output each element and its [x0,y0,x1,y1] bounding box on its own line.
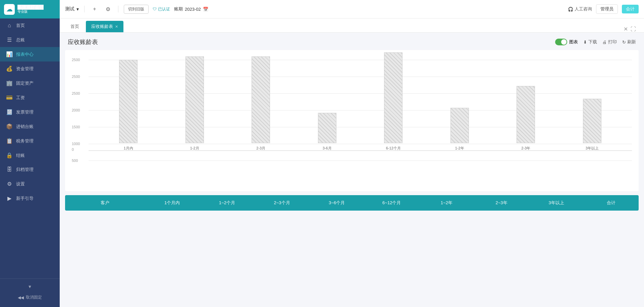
sidebar-item-funds[interactable]: 💰 资金管理 [0,61,60,76]
switch-version-button[interactable]: 切到旧版 [124,5,149,14]
salary-icon: 💳 [6,94,13,101]
certified-label: 已认证 [158,6,170,12]
user-label: 管理员 [600,6,613,11]
th-1month: 1个月内 [145,195,200,211]
topbar: 测试 ▾ + ⚙ 切到旧版 🛡 已认证 账期 2023-02 📅 🎧 人工咨询 [60,0,644,18]
topbar-right: 🎧 人工咨询 管理员 会计 [568,4,639,14]
headset-icon: 🎧 [568,7,573,12]
switch-version-label: 切到旧版 [128,7,144,11]
refresh-icon: ↻ [622,40,626,45]
th-1-2month: 1~2个月 [200,195,255,211]
bar-group-2-3month: 2-3月 [252,56,270,151]
th-2-3month: 2~3个月 [255,195,310,211]
sidebar-item-closing[interactable]: 🔒 结账 [0,148,60,163]
th-total: 合计 [584,195,639,211]
y-label-2000: 2000 [72,108,80,112]
project-selector[interactable]: 测试 ▾ [65,6,79,12]
shield-icon: 🛡 [153,7,157,11]
ledger-icon: ☰ [6,37,13,43]
bar-group-1month: 1月内 [119,60,138,151]
closing-icon: 🔒 [6,152,13,159]
archive-icon: 🗄 [6,167,13,173]
tax-icon: 📋 [6,138,13,144]
logo-main: 畅捷通好会计 [17,5,44,10]
cancel-fixed-btn[interactable]: ◀◀ 取消固定 [0,291,60,304]
refresh-label: 刷新 [627,39,636,45]
bar-label-2-3year: 2-3年 [521,146,530,151]
sidebar-nav: ⌂ 首页 ☰ 总账 📊 报表中心 💰 资金管理 🏢 固定资产 💳 工资 🧾 发票… [0,18,60,278]
page-header: 应收账龄表 图表 ⬇ 下载 🖨 打印 ↻ 刷新 [60,33,644,50]
guide-icon: ▶ [6,195,13,202]
chart-container: 2500 2500 2500 2000 1500 1000 500 0 [65,50,639,191]
sidebar-item-tax[interactable]: 📋 税务管理 [0,134,60,148]
logo-icon: ☁ [4,4,15,15]
role-button[interactable]: 会计 [622,5,639,13]
tabbar: 首页 应收账龄表 ✕ ✕ ⛶ [60,18,644,33]
y-label-zero: 0 [72,147,74,151]
sidebar-item-home[interactable]: ⌂ 首页 [0,18,60,33]
chart-toggle[interactable] [555,39,567,45]
sidebar: ☁ 畅捷通好会计 专业版 ⌂ 首页 ☰ 总账 📊 报表中心 💰 资金管理 🏢 固… [0,0,60,307]
sidebar-label-tax: 税务管理 [16,138,34,144]
sidebar-label-invoice: 发票管理 [16,109,34,115]
scroll-down-btn[interactable]: ▼ [0,282,60,291]
support-label: 人工咨询 [575,6,592,12]
user-button[interactable]: 管理员 [596,4,618,14]
chart-toggle-label: 图表 [569,39,578,45]
bar-group-3-6month: 3-6月 [318,113,336,151]
page-actions: 图表 ⬇ 下载 🖨 打印 ↻ 刷新 [555,39,636,45]
refresh-button[interactable]: ↻ 刷新 [622,39,636,45]
th-3year-plus: 3年以上 [529,195,584,211]
bar-group-6-12month: 6-12个月 [384,52,402,151]
main-area: 测试 ▾ + ⚙ 切到旧版 🛡 已认证 账期 2023-02 📅 🎧 人工咨询 [60,0,644,307]
sidebar-item-invoice[interactable]: 🧾 发票管理 [0,105,60,119]
topbar-settings-button[interactable]: ⚙ [103,4,113,14]
assets-icon: 🏢 [6,80,13,86]
th-6-12month: 6~12个月 [364,195,419,211]
report-icon: 📊 [6,51,13,57]
th-3-6month: 3~6个月 [309,195,364,211]
window-maximize-button[interactable]: ⛶ [631,26,636,32]
cancel-fixed-label: 取消固定 [26,295,42,300]
sidebar-label-ledger: 总账 [16,37,25,43]
bar-chart: 2500 2500 2500 2000 1500 1000 500 0 [72,60,632,184]
sidebar-label-guide: 新手引导 [16,195,34,202]
gear-icon: ⚙ [106,6,110,12]
bar-label-1month: 1月内 [124,146,133,151]
bar-group-1-2month: 1-2月 [185,56,204,151]
y-label-500: 500 [72,159,78,163]
sidebar-item-report[interactable]: 📊 报表中心 [0,47,60,61]
sidebar-item-archive[interactable]: 🗄 归档管理 [0,163,60,177]
th-1-2year: 1~2年 [419,195,474,211]
add-icon: + [93,6,96,12]
sidebar-item-guide[interactable]: ▶ 新手引导 [0,191,60,206]
cancel-fixed-icon: ◀◀ [18,295,24,300]
tab-home-label: 首页 [70,24,79,30]
sidebar-bottom: ▼ ◀◀ 取消固定 [0,278,60,307]
bar-1-2month [185,56,204,143]
sidebar-item-salary[interactable]: 💳 工资 [0,90,60,105]
y-label-2500a: 2500 [72,58,80,62]
support-button[interactable]: 🎧 人工咨询 [568,6,592,12]
sidebar-item-ledger[interactable]: ☰ 总账 [0,33,60,47]
certified-badge: 🛡 已认证 [153,6,170,12]
logo-sub: 专业版 [17,10,44,14]
print-icon: 🖨 [602,40,607,45]
download-button[interactable]: ⬇ 下载 [583,39,597,45]
bar-group-2-3year: 2-3年 [517,86,535,151]
chevron-down-icon: ▾ [76,6,79,12]
project-name: 测试 [65,6,74,12]
table-header: 客户 1个月内 1~2个月 2~3个月 3~6个月 6~12个月 1~2年 2~… [65,195,639,211]
sidebar-item-assets[interactable]: 🏢 固定资产 [0,76,60,90]
window-close-button[interactable]: ✕ [624,26,628,32]
tab-home[interactable]: 首页 [65,21,85,32]
print-button[interactable]: 🖨 打印 [602,39,617,45]
sidebar-item-inventory[interactable]: 📦 进销台账 [0,119,60,134]
bar-label-3-6month: 3-6月 [323,146,332,151]
tab-aging[interactable]: 应收账龄表 ✕ [86,21,123,32]
sidebar-item-settings[interactable]: ⚙ 设置 [0,177,60,191]
funds-icon: 💰 [6,65,13,72]
add-button[interactable]: + [90,4,99,14]
bars-wrap: 1月内 1-2月 2-3月 3-6月 [89,60,632,151]
tab-close-icon[interactable]: ✕ [115,25,118,29]
